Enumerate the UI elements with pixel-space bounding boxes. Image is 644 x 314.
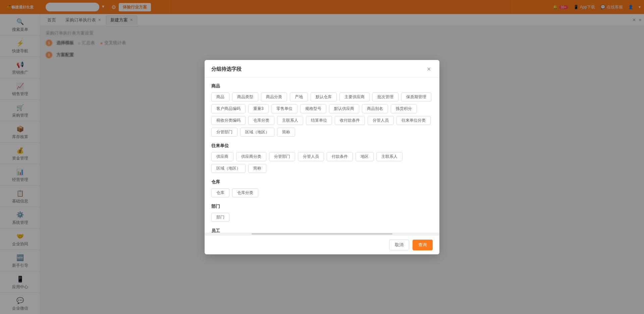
modal-hscrollbar[interactable] [205, 233, 439, 235]
section-dept-tags: 部门 [211, 213, 433, 222]
section-warehouse: 仓库 仓库 仓库分类 [211, 179, 433, 197]
section-goods-tags: 商品 商品类型 商品分类 产地 默认仓库 主要供应商 批次管理 保质期管理 客户… [211, 92, 433, 137]
tag-warehouse-cat[interactable]: 仓库分类 [232, 188, 258, 197]
tag-dept[interactable]: 部门 [211, 213, 229, 222]
tag-region-partner[interactable]: 地区 [356, 152, 374, 161]
modal-close-btn[interactable]: ✕ [425, 65, 433, 73]
section-partner-title: 往来单位 [211, 143, 433, 149]
section-warehouse-title: 仓库 [211, 179, 433, 185]
tag-settlement-unit[interactable]: 结算单位 [306, 116, 332, 125]
section-goods-title: 商品 [211, 83, 433, 89]
tag-warehouse[interactable]: 仓库 [211, 188, 229, 197]
cancel-button[interactable]: 取消 [389, 240, 409, 250]
modal-body: 商品 商品 商品类型 商品分类 产地 默认仓库 主要供应商 批次管理 保质期管理… [205, 78, 439, 233]
section-employee: 员工 业务员 [211, 228, 433, 233]
tag-person-partner[interactable]: 分管人员 [298, 152, 324, 161]
section-warehouse-tags: 仓库 仓库分类 [211, 188, 433, 197]
section-partner-tags: 供应商 供应商分类 分管部门 分管人员 付款条件 地区 主联系人 区域（地区） … [211, 152, 433, 173]
tag-tax-code[interactable]: 税收分类编码 [211, 116, 246, 125]
modal-dialog: 分组待选字段 ✕ 商品 商品 商品类型 商品分类 产地 默认仓库 主要供应商 批… [205, 60, 439, 254]
tag-weight[interactable]: 重量3 [248, 104, 269, 113]
tag-contact-partner[interactable]: 主联系人 [376, 152, 402, 161]
tag-goods-type[interactable]: 商品类型 [232, 92, 258, 102]
tag-supplier-category[interactable]: 供应商分类 [236, 152, 266, 161]
tag-main-contact[interactable]: 主联系人 [277, 116, 303, 125]
modal-title: 分组待选字段 [211, 66, 241, 72]
tag-goods-category[interactable]: 商品分类 [261, 92, 287, 102]
tag-customer-code[interactable]: 客户商品编码 [211, 104, 246, 113]
tag-region-goods[interactable]: 区域（地区） [240, 128, 274, 137]
tag-abbr-goods[interactable]: 简称 [277, 128, 295, 137]
tag-retail-unit[interactable]: 零售单位 [271, 104, 298, 113]
section-partner: 往来单位 供应商 供应商分类 分管部门 分管人员 付款条件 地区 主联系人 区域… [211, 143, 433, 173]
tag-default-warehouse[interactable]: 默认仓库 [311, 92, 337, 102]
tag-batch-mgmt[interactable]: 批次管理 [372, 92, 398, 102]
modal-overlay: 分组待选字段 ✕ 商品 商品 商品类型 商品分类 产地 默认仓库 主要供应商 批… [0, 0, 644, 314]
tag-default-supplier[interactable]: 默认供应商 [329, 104, 359, 113]
tag-goods-alias[interactable]: 商品别名 [362, 104, 388, 113]
tag-spec-model[interactable]: 规格型号 [300, 104, 326, 113]
tag-pick-points[interactable]: 拣货积分 [391, 104, 417, 113]
tag-area-partner[interactable]: 区域（地区） [211, 164, 246, 173]
section-goods: 商品 商品 商品类型 商品分类 产地 默认仓库 主要供应商 批次管理 保质期管理… [211, 83, 433, 137]
tag-supplier[interactable]: 供应商 [211, 152, 233, 161]
modal-footer: 取消 查询 [205, 235, 439, 254]
section-dept: 部门 部门 [211, 203, 433, 222]
modal-header: 分组待选字段 ✕ [205, 60, 439, 78]
tag-shelf-life[interactable]: 保质期管理 [401, 92, 431, 102]
section-employee-title: 员工 [211, 228, 433, 233]
tag-origin[interactable]: 产地 [290, 92, 308, 102]
tag-abbr-partner[interactable]: 简称 [248, 164, 266, 173]
tag-pay-terms[interactable]: 付款条件 [327, 152, 353, 161]
tag-main-supplier[interactable]: 主要供应商 [339, 92, 370, 102]
tag-manage-dept[interactable]: 分管部门 [211, 128, 237, 137]
tag-warehouse-category[interactable]: 仓库分类 [248, 116, 274, 125]
hscrollbar-thumb [252, 233, 392, 235]
confirm-button[interactable]: 查询 [413, 240, 433, 250]
tag-payment-terms[interactable]: 收付款条件 [335, 116, 365, 125]
tag-partner-category[interactable]: 往来单位分类 [396, 116, 431, 125]
tag-dept-partner[interactable]: 分管部门 [269, 152, 295, 161]
tag-manager-person[interactable]: 分管人员 [368, 116, 394, 125]
tag-goods[interactable]: 商品 [211, 92, 229, 102]
section-dept-title: 部门 [211, 203, 433, 209]
